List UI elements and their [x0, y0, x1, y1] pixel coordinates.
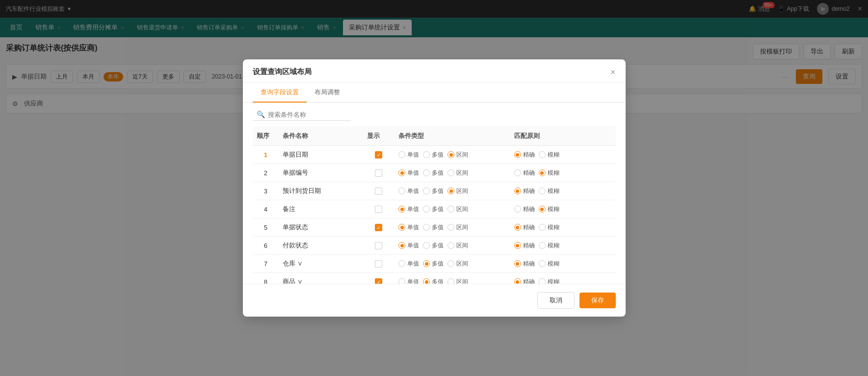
show-checkbox[interactable] [375, 260, 382, 268]
match-fuzzy-radio[interactable] [539, 242, 546, 249]
type-range-radio[interactable] [447, 260, 454, 267]
match-precise-radio[interactable] [514, 206, 521, 213]
dialog-tab-layout-adjust[interactable]: 布局调整 [307, 83, 348, 103]
match-fuzzy-option[interactable]: 模糊 [539, 205, 559, 214]
row-show[interactable] [363, 255, 395, 273]
type-range-radio[interactable] [447, 206, 454, 213]
type-range-radio[interactable] [447, 278, 454, 284]
match-precise-radio[interactable] [514, 224, 521, 231]
match-fuzzy-option[interactable]: 模糊 [539, 223, 559, 232]
type-range-radio[interactable] [447, 224, 454, 231]
type-multi-radio[interactable] [423, 224, 430, 231]
type-multi-option[interactable]: 多值 [423, 278, 444, 284]
type-single-radio[interactable] [398, 242, 405, 249]
match-precise-option[interactable]: 精确 [514, 260, 535, 268]
type-multi-radio[interactable] [423, 169, 430, 176]
match-precise-option[interactable]: 精确 [514, 223, 535, 232]
type-multi-option[interactable]: 多值 [423, 260, 444, 268]
match-fuzzy-radio[interactable] [539, 169, 546, 176]
type-range-radio[interactable] [447, 242, 454, 249]
match-fuzzy-radio[interactable] [539, 278, 546, 284]
cancel-btn[interactable]: 取消 [537, 292, 575, 309]
type-range-option[interactable]: 区间 [447, 169, 468, 177]
match-precise-option[interactable]: 精确 [514, 278, 535, 284]
type-single-option[interactable]: 单值 [398, 169, 419, 177]
type-multi-radio[interactable] [423, 260, 430, 267]
type-multi-option[interactable]: 多值 [423, 205, 444, 214]
type-single-option[interactable]: 单值 [398, 151, 419, 159]
type-range-option[interactable]: 区间 [447, 187, 468, 195]
type-multi-radio[interactable] [423, 206, 430, 213]
type-multi-option[interactable]: 多值 [423, 223, 444, 232]
type-single-radio[interactable] [398, 151, 405, 158]
match-precise-option[interactable]: 精确 [514, 187, 535, 195]
type-single-option[interactable]: 单值 [398, 187, 419, 195]
show-checkbox[interactable] [375, 242, 382, 249]
match-fuzzy-radio[interactable] [539, 224, 546, 231]
type-range-option[interactable]: 区间 [447, 242, 468, 250]
type-range-option[interactable]: 区间 [447, 151, 468, 159]
match-precise-radio[interactable] [514, 188, 521, 194]
show-checkbox[interactable]: ✓ [375, 151, 382, 159]
type-range-radio[interactable] [447, 188, 454, 194]
type-multi-radio[interactable] [423, 278, 430, 284]
match-precise-option[interactable]: 精确 [514, 169, 535, 177]
type-range-option[interactable]: 区间 [447, 260, 468, 268]
search-input[interactable] [268, 111, 337, 118]
type-range-radio[interactable] [447, 169, 454, 176]
match-fuzzy-radio[interactable] [539, 188, 546, 194]
match-precise-radio[interactable] [514, 169, 521, 176]
match-fuzzy-option[interactable]: 模糊 [539, 169, 559, 177]
match-fuzzy-radio[interactable] [539, 206, 546, 213]
match-fuzzy-option[interactable]: 模糊 [539, 151, 559, 159]
match-precise-option[interactable]: 精确 [514, 205, 535, 214]
match-fuzzy-radio[interactable] [539, 151, 546, 158]
type-single-option[interactable]: 单值 [398, 205, 419, 214]
show-checkbox[interactable]: ✓ [375, 278, 382, 284]
row-show[interactable]: ✓ [363, 218, 395, 237]
type-single-radio[interactable] [398, 188, 405, 194]
type-single-option[interactable]: 单值 [398, 278, 419, 284]
type-single-radio[interactable] [398, 278, 405, 284]
type-single-option[interactable]: 单值 [398, 242, 419, 250]
type-multi-radio[interactable] [423, 188, 430, 194]
type-single-radio[interactable] [398, 224, 405, 231]
match-precise-radio[interactable] [514, 151, 521, 158]
row-show[interactable] [363, 164, 395, 182]
type-single-radio[interactable] [398, 206, 405, 213]
row-show[interactable] [363, 182, 395, 200]
type-single-option[interactable]: 单值 [398, 260, 419, 268]
type-multi-option[interactable]: 多值 [423, 187, 444, 195]
type-multi-option[interactable]: 多值 [423, 169, 444, 177]
match-precise-radio[interactable] [514, 260, 521, 267]
match-precise-option[interactable]: 精确 [514, 151, 535, 159]
type-single-radio[interactable] [398, 169, 405, 176]
type-multi-option[interactable]: 多值 [423, 151, 444, 159]
dialog-tab-query-fields[interactable]: 查询字段设置 [253, 83, 307, 103]
dialog-close-btn[interactable]: × [610, 68, 616, 77]
row-show[interactable]: ✓ [363, 273, 395, 284]
show-checkbox[interactable] [375, 188, 382, 195]
match-fuzzy-option[interactable]: 模糊 [539, 278, 559, 284]
type-multi-radio[interactable] [423, 151, 430, 158]
match-fuzzy-option[interactable]: 模糊 [539, 260, 559, 268]
type-range-option[interactable]: 区间 [447, 223, 468, 232]
type-multi-radio[interactable] [423, 242, 430, 249]
match-fuzzy-radio[interactable] [539, 260, 546, 267]
type-multi-option[interactable]: 多值 [423, 242, 444, 250]
row-show[interactable]: ✓ [363, 146, 395, 164]
row-show[interactable] [363, 237, 395, 255]
match-precise-option[interactable]: 精确 [514, 242, 535, 250]
match-precise-radio[interactable] [514, 242, 521, 249]
type-range-radio[interactable] [447, 151, 454, 158]
type-range-option[interactable]: 区间 [447, 205, 468, 214]
match-fuzzy-option[interactable]: 模糊 [539, 242, 559, 250]
save-btn[interactable]: 保存 [579, 293, 616, 308]
match-precise-radio[interactable] [514, 278, 521, 284]
show-checkbox[interactable] [375, 206, 382, 213]
type-range-option[interactable]: 区间 [447, 278, 468, 284]
type-single-radio[interactable] [398, 260, 405, 267]
show-checkbox[interactable] [375, 169, 382, 177]
match-fuzzy-option[interactable]: 模糊 [539, 187, 559, 195]
show-checkbox[interactable]: ✓ [375, 224, 382, 231]
